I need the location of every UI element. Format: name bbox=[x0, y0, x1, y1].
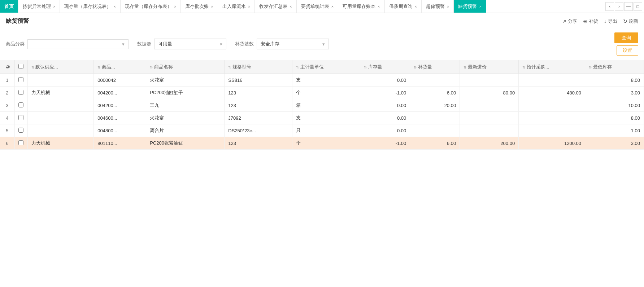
row-replenish bbox=[410, 124, 460, 137]
tab-minimize[interactable]: — bbox=[624, 2, 633, 11]
tab-demand-stat[interactable]: 要货单统计表× bbox=[297, 0, 338, 13]
row-latest-price bbox=[460, 74, 519, 87]
tab-expiry-query[interactable]: 保质期查询× bbox=[385, 0, 422, 13]
replenish-base-label: 补货基数 bbox=[235, 41, 254, 47]
tab-available-ledger[interactable]: 可用量库存账本× bbox=[338, 0, 384, 13]
tab-overstock-close[interactable]: × bbox=[447, 4, 449, 9]
category-filter-value bbox=[31, 41, 33, 47]
row-product-code: 801110... bbox=[94, 137, 146, 150]
tab-available-ledger-close[interactable]: × bbox=[378, 4, 380, 9]
row-product-code: 0000042 bbox=[94, 74, 146, 87]
export-action[interactable]: ↓ 导出 bbox=[604, 18, 617, 25]
col-header-default-supplier: ⇅ 默认供应... bbox=[27, 60, 94, 74]
row-product-name: PC200油缸缸子 bbox=[146, 87, 225, 99]
tab-receive-summary-close[interactable]: × bbox=[290, 4, 292, 9]
replenish-action[interactable]: ⊕ 补货 bbox=[583, 18, 598, 25]
page-header: 缺货预警 ↗ 分享 ⊕ 补货 ↓ 导出 ↻ 刷新 bbox=[0, 13, 644, 28]
tab-abnormal[interactable]: 拣货异常处理× bbox=[18, 0, 60, 13]
tab-nav-buttons: ‹ › — □ bbox=[604, 2, 644, 11]
row-latest-price: 80.00 bbox=[460, 87, 519, 99]
tab-inventory-status-close[interactable]: × bbox=[113, 4, 116, 9]
sort-icon: ⇅ bbox=[97, 65, 100, 69]
row-min-stock: 8.00 bbox=[585, 74, 644, 87]
tab-abnormal-close[interactable]: × bbox=[53, 4, 55, 9]
tab-home[interactable]: 首页 bbox=[0, 0, 18, 13]
tab-home-label: 首页 bbox=[4, 3, 14, 10]
tab-inout-flow[interactable]: 出入库流水× bbox=[218, 0, 255, 13]
row-min-stock: 1.00 bbox=[585, 124, 644, 137]
col-header-min-stock: ⇅ 最低库存 bbox=[585, 60, 644, 74]
refresh-label: 刷新 bbox=[629, 18, 638, 25]
sort-icon: ⇅ bbox=[522, 65, 525, 69]
col-header-product-code: ⇅ 商品... bbox=[94, 60, 146, 74]
tab-batch-account[interactable]: 库存批次账× bbox=[181, 0, 218, 13]
row-index: 2 bbox=[0, 87, 14, 99]
tab-batch-account-close[interactable]: × bbox=[211, 4, 213, 9]
tab-scroll-right[interactable]: › bbox=[615, 2, 623, 11]
main-content: 缺货预警 ↗ 分享 ⊕ 补货 ↓ 导出 ↻ 刷新 商品分类 bbox=[0, 13, 644, 287]
replenish-icon: ⊕ bbox=[583, 18, 587, 24]
col-header-latest-price: ⇅ 最新进价 bbox=[460, 60, 519, 74]
row-supplier: 力天机械 bbox=[27, 137, 94, 150]
row-checkbox[interactable] bbox=[18, 140, 23, 145]
tab-inventory-status[interactable]: 现存量（库存状况表）× bbox=[60, 0, 120, 13]
tab-scroll-left[interactable]: ‹ bbox=[605, 2, 614, 11]
row-product-code: 004200... bbox=[94, 87, 146, 99]
select-all-checkbox[interactable] bbox=[18, 64, 23, 69]
table-row: 6力天机械801110...PC200张紧油缸123个-1.006.00200.… bbox=[0, 137, 644, 150]
row-checkbox[interactable] bbox=[18, 77, 23, 82]
sort-icon: ⇅ bbox=[228, 65, 231, 69]
sort-icon: ⇅ bbox=[31, 65, 34, 69]
row-spec: DS250*23c... bbox=[225, 124, 292, 137]
tab-inventory-dist[interactable]: 现存量（库存分布表）× bbox=[121, 0, 181, 13]
row-est-purchase bbox=[519, 74, 585, 87]
datasource-filter-select[interactable]: 可用量 ▾ bbox=[154, 39, 226, 49]
row-checkbox[interactable] bbox=[18, 128, 23, 133]
query-button[interactable]: 查询 bbox=[614, 32, 638, 43]
export-label: 导出 bbox=[608, 18, 617, 25]
col-header-unit: ⇅ 主计量单位 bbox=[292, 60, 360, 74]
tab-available-ledger-label: 可用量库存账本 bbox=[343, 3, 375, 10]
row-checkbox-cell bbox=[14, 99, 27, 112]
tab-bar: 首页 拣货异常处理×现存量（库存状况表）×现存量（库存分布表）×库存批次账×出入… bbox=[0, 0, 644, 13]
tab-receive-summary[interactable]: 收发存汇总表× bbox=[255, 0, 296, 13]
tab-maximize[interactable]: □ bbox=[634, 2, 642, 11]
row-checkbox[interactable] bbox=[18, 115, 23, 120]
tab-demand-stat-close[interactable]: × bbox=[331, 4, 334, 9]
row-spec: J7092 bbox=[225, 112, 292, 124]
shortage-table: ⇅ 默认供应... ⇅ 商品... ⇅ 商品名称 ⇅ 规格型号 bbox=[0, 60, 644, 150]
share-action[interactable]: ↗ 分享 bbox=[562, 18, 577, 25]
refresh-action[interactable]: ↻ 刷新 bbox=[623, 18, 638, 25]
row-checkbox[interactable] bbox=[18, 90, 23, 95]
settings-button[interactable]: 设置 bbox=[617, 45, 638, 56]
replenish-base-select[interactable]: 安全库存 ▾ bbox=[257, 39, 329, 49]
row-checkbox[interactable] bbox=[18, 102, 23, 107]
sort-icon: ⇅ bbox=[464, 65, 466, 69]
row-checkbox-cell bbox=[14, 74, 27, 87]
row-est-purchase bbox=[519, 99, 585, 112]
datasource-filter-label: 数据源 bbox=[137, 41, 151, 47]
category-filter-select[interactable]: ▾ bbox=[27, 39, 129, 49]
row-spec: 123 bbox=[225, 137, 292, 150]
tab-shortage-label: 缺货预警 bbox=[458, 3, 477, 10]
row-product-code: 004200... bbox=[94, 99, 146, 112]
tab-shortage[interactable]: 缺货预警× bbox=[454, 0, 486, 13]
tab-overstock[interactable]: 超储预警× bbox=[422, 0, 454, 13]
tab-inventory-dist-close[interactable]: × bbox=[174, 4, 176, 9]
sort-icon: ⇅ bbox=[364, 65, 367, 69]
replenish-base-dropdown-icon: ▾ bbox=[322, 41, 325, 47]
row-index: 4 bbox=[0, 112, 14, 124]
row-supplier bbox=[27, 112, 94, 124]
col-header-checkbox[interactable] bbox=[14, 60, 27, 74]
row-spec: 123 bbox=[225, 99, 292, 112]
row-index: 3 bbox=[0, 99, 14, 112]
col-header-stock: ⇅ 库存量 bbox=[360, 60, 410, 74]
col-header-settings[interactable] bbox=[0, 60, 14, 74]
table-row: 4004600...火花塞J7092支0.008.00 bbox=[0, 112, 644, 124]
row-product-code: 004600... bbox=[94, 112, 146, 124]
tab-inout-flow-close[interactable]: × bbox=[248, 4, 250, 9]
tab-expiry-query-close[interactable]: × bbox=[415, 4, 417, 9]
row-replenish bbox=[410, 74, 460, 87]
sort-icon: ⇅ bbox=[150, 65, 153, 69]
tab-shortage-close[interactable]: × bbox=[479, 4, 481, 9]
